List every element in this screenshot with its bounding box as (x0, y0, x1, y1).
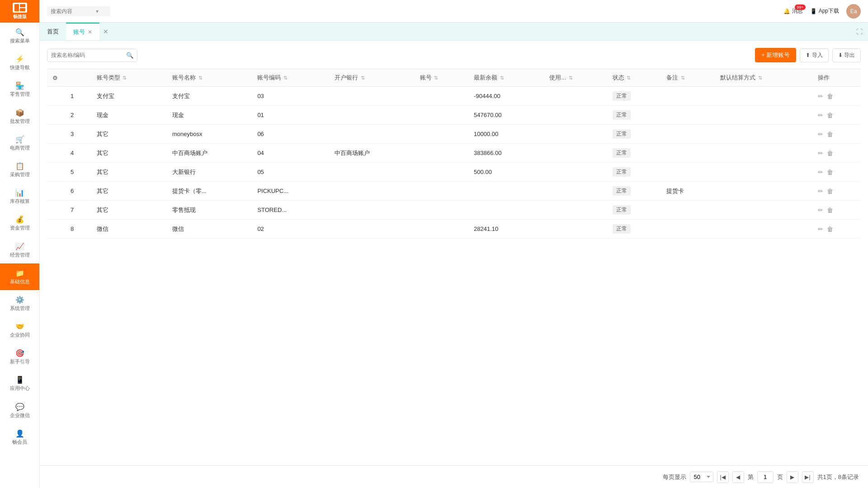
page-number-input[interactable] (757, 471, 774, 483)
edit-button[interactable]: ✏ (818, 150, 823, 157)
sidebar-item-ecommerce[interactable]: 🛒 电商管理 (0, 130, 39, 156)
delete-button[interactable]: 🗑 (827, 206, 833, 214)
delete-button[interactable]: 🗑 (827, 150, 833, 157)
column-code[interactable]: 账号编码 ⇅ (252, 69, 329, 87)
table-row: 5 其它 大新银行 05 500.00 正常 ✏ 🗑 (47, 163, 861, 182)
sidebar-item-member[interactable]: 👤 畅会员 (0, 424, 39, 450)
next-page-button[interactable]: ▶ (787, 471, 798, 483)
sidebar-item-app-center[interactable]: 📱 应用中心 (0, 370, 39, 397)
edit-button[interactable]: ✏ (818, 131, 823, 138)
fullscreen-icon[interactable]: ⛶ (851, 28, 868, 35)
delete-button[interactable]: 🗑 (827, 131, 833, 138)
add-account-button[interactable]: + 新增账号 (755, 48, 796, 62)
nav-label-finance: 资金管理 (10, 225, 30, 231)
cell-index: 5 (65, 163, 91, 182)
sidebar-item-guide[interactable]: 🎯 新手引导 (0, 343, 39, 370)
column-usage[interactable]: 使用... ⇅ (544, 69, 607, 87)
nav-label-basic-info: 基础信息 (10, 279, 30, 285)
tab-close-accounts[interactable]: ✕ (88, 29, 92, 35)
total-info: 共1页，8条记录 (817, 473, 859, 481)
cell-account (415, 106, 468, 125)
edit-button[interactable]: ✏ (818, 188, 823, 195)
column-account[interactable]: 账号 ⇅ (415, 69, 468, 87)
column-type[interactable]: 账号类型 ⇅ (91, 69, 167, 87)
cell-status: 正常 (607, 182, 661, 201)
delete-button[interactable]: 🗑 (827, 225, 833, 233)
column-notes[interactable]: 备注 ⇅ (661, 69, 715, 87)
table-header: ⚙ 账号类型 ⇅ 账号名称 ⇅ 账号编码 ⇅ 开户银行 ⇅ 账号 ⇅ 最新余额 … (47, 69, 861, 87)
header-search-input[interactable] (51, 8, 96, 14)
nav-label-retail: 零售管理 (10, 91, 30, 97)
nav-icon-ecommerce: 🛒 (15, 135, 24, 144)
cell-usage (544, 106, 607, 125)
edit-button[interactable]: ✏ (818, 112, 823, 119)
column-balance[interactable]: 最新余额 ⇅ (468, 69, 544, 87)
cell-name: 支付宝 (167, 87, 252, 106)
sidebar-item-wecom[interactable]: 💬 企业微信 (0, 397, 39, 424)
tab-accounts[interactable]: 账号✕ (66, 23, 99, 40)
sidebar-item-operations[interactable]: 📈 经营管理 (0, 237, 39, 263)
column-settings[interactable]: ⚙ (47, 69, 65, 87)
cell-code: 05 (252, 163, 329, 182)
nav-label-inventory: 库存核算 (10, 198, 30, 204)
table-header-row: ⚙ 账号类型 ⇅ 账号名称 ⇅ 账号编码 ⇅ 开户银行 ⇅ 账号 ⇅ 最新余额 … (47, 69, 861, 87)
cell-notes: 提货卡 (661, 182, 715, 201)
sidebar-item-system[interactable]: ⚙️ 系统管理 (0, 290, 39, 317)
cell-index: 2 (65, 106, 91, 125)
app-download-button[interactable]: 📱 App下载 (810, 7, 839, 15)
nav-icon-retail: 🏪 (15, 81, 24, 90)
cell-index: 7 (65, 201, 91, 220)
column-settlement[interactable]: 默认结算方式 ⇅ (715, 69, 812, 87)
messages-button[interactable]: 🔔 消息 99+ (783, 7, 803, 15)
delete-button[interactable]: 🗑 (827, 169, 833, 176)
export-button[interactable]: ⬇ 导出 (832, 48, 861, 62)
chevron-down-icon[interactable]: ▾ (96, 8, 99, 14)
cell-checkbox (47, 87, 65, 106)
edit-button[interactable]: ✏ (818, 169, 823, 176)
delete-button[interactable]: 🗑 (827, 112, 833, 119)
first-page-button[interactable]: |◀ (717, 471, 729, 483)
cell-name: 提货卡（零... (167, 182, 252, 201)
search-input[interactable] (47, 49, 123, 61)
cell-type: 其它 (91, 163, 167, 182)
toolbar-right: + 新增账号 ⬆ 导入 ⬇ 导出 (755, 48, 861, 62)
column-status[interactable]: 状态 ⇅ (607, 69, 661, 87)
column-bank[interactable]: 开户银行 ⇅ (329, 69, 414, 87)
cell-checkbox (47, 144, 65, 163)
sidebar-item-agreement[interactable]: 🤝 企业协同 (0, 317, 39, 343)
search-button[interactable]: 🔍 (123, 49, 137, 61)
prev-page-button[interactable]: ◀ (732, 471, 744, 483)
sidebar-item-search-menu[interactable]: 🔍 搜索菜单 (0, 23, 39, 49)
window-close-icon[interactable]: ✕ (99, 28, 112, 35)
edit-button[interactable]: ✏ (818, 206, 823, 214)
cell-code: 01 (252, 106, 329, 125)
cell-type: 现金 (91, 106, 167, 125)
sidebar-item-basic-info[interactable]: 📁 基础信息 (0, 263, 39, 290)
tab-home[interactable]: 首页 (40, 23, 66, 40)
cell-actions: ✏ 🗑 (812, 182, 861, 201)
cell-bank (329, 125, 414, 144)
cell-checkbox (47, 163, 65, 182)
sidebar-item-inventory[interactable]: 📊 库存核算 (0, 183, 39, 210)
page-size-select[interactable]: 50 20 100 (690, 472, 713, 482)
delete-button[interactable]: 🗑 (827, 93, 833, 100)
edit-button[interactable]: ✏ (818, 225, 823, 233)
import-button[interactable]: ⬆ 导入 (800, 48, 828, 62)
sidebar-item-shortcut[interactable]: ⚡ 快捷导航 (0, 49, 39, 76)
cell-settlement (715, 163, 812, 182)
edit-button[interactable]: ✏ (818, 93, 823, 100)
logo-text: 畅捷版 (13, 14, 27, 20)
sidebar-item-retail[interactable]: 🏪 零售管理 (0, 76, 39, 103)
tab-label-home: 首页 (47, 28, 59, 36)
content-area: 🔍 + 新增账号 ⬆ 导入 ⬇ 导出 ⚙ 账号类型 ⇅ 账号名称 ⇅ 账号编码 … (40, 41, 868, 488)
delete-button[interactable]: 🗑 (827, 188, 833, 195)
cell-notes (661, 144, 715, 163)
last-page-button[interactable]: ▶| (802, 471, 814, 483)
cell-checkbox (47, 201, 65, 220)
sidebar-item-finance[interactable]: 💰 资金管理 (0, 210, 39, 236)
sidebar-item-purchase[interactable]: 📋 采购管理 (0, 156, 39, 183)
cell-balance: 547670.00 (468, 106, 544, 125)
avatar[interactable]: Ea (846, 4, 861, 19)
column-name[interactable]: 账号名称 ⇅ (167, 69, 252, 87)
sidebar-item-wholesale[interactable]: 📦 批发管理 (0, 103, 39, 130)
